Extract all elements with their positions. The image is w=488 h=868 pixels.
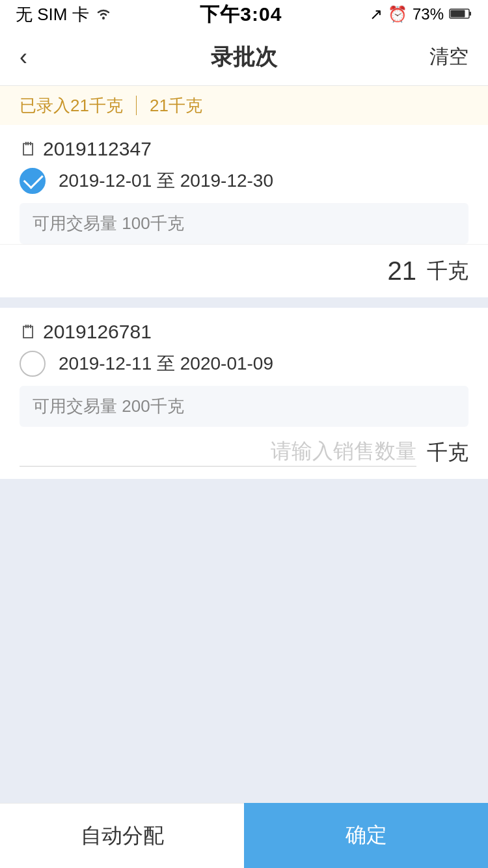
status-left: 无 SIM 卡 <box>16 3 113 26</box>
batch1-header: 🗒 2019112347 <box>20 138 468 160</box>
status-bar: 无 SIM 卡 下午3:04 ↗ ⏰ 73% <box>0 0 488 29</box>
batch1-qty-value: 21 <box>388 256 417 286</box>
doc-icon-2: 🗒 <box>20 321 38 343</box>
auto-distribute-button[interactable]: 自动分配 <box>0 803 244 868</box>
batch2-avail-text: 可用交易量 200千克 <box>33 396 184 416</box>
batch2-date-row: 2019-12-11 至 2020-01-09 <box>20 351 468 377</box>
batch2-radio[interactable] <box>20 351 46 377</box>
status-right: ↗ ⏰ 73% <box>370 5 472 23</box>
info-banner: 已录入21千克 21千克 <box>0 86 488 125</box>
batch2-avail: 可用交易量 200千克 <box>20 386 468 427</box>
batch1-radio[interactable] <box>20 168 46 194</box>
batch1-date: 2019-12-01 至 2019-12-30 <box>59 169 273 193</box>
recorded-label: 已录入21千克 <box>20 94 123 117</box>
alarm-icon: ⏰ <box>388 5 407 23</box>
bottom-actions: 自动分配 确定 <box>0 803 488 868</box>
info-divider <box>136 96 137 115</box>
location-icon: ↗ <box>370 5 383 23</box>
carrier-text: 无 SIM 卡 <box>16 3 89 26</box>
qty-input[interactable] <box>20 439 416 463</box>
batch1-avail: 可用交易量 100千克 <box>20 203 468 244</box>
battery-icon <box>449 5 472 23</box>
batch1-card: 🗒 2019112347 2019-12-01 至 2019-12-30 可用交… <box>0 125 488 244</box>
batch1-qty-row: 21 千克 <box>0 244 488 297</box>
confirm-button[interactable]: 确定 <box>244 803 488 868</box>
nav-bar: ‹ 录批次 清空 <box>0 29 488 86</box>
wifi-icon <box>94 5 113 25</box>
page-content: 已录入21千克 21千克 🗒 2019112347 2019-12-01 至 2… <box>0 86 488 803</box>
batch1-qty-unit: 千克 <box>427 257 468 286</box>
batch2-input-row: 千克 <box>0 427 488 479</box>
recorded-value: 21千克 <box>150 94 202 117</box>
batch1-id: 2019112347 <box>43 138 152 160</box>
doc-icon-1: 🗒 <box>20 139 38 160</box>
batch1-avail-text: 可用交易量 100千克 <box>33 213 184 233</box>
batch2-date: 2019-12-11 至 2020-01-09 <box>59 351 273 376</box>
battery-text: 73% <box>413 5 444 23</box>
qty-input-wrapper <box>20 439 416 467</box>
section-divider <box>0 297 488 308</box>
svg-rect-3 <box>450 10 465 18</box>
status-time: 下午3:04 <box>200 1 282 28</box>
svg-rect-2 <box>469 12 471 16</box>
batch2-card: 🗒 2019126781 2019-12-11 至 2020-01-09 可用交… <box>0 308 488 427</box>
batch2-unit: 千克 <box>427 439 468 467</box>
page-title: 录批次 <box>211 42 277 72</box>
batch2-header: 🗒 2019126781 <box>20 321 468 343</box>
batch1-date-row: 2019-12-01 至 2019-12-30 <box>20 168 468 194</box>
input-underline <box>20 466 416 467</box>
svg-point-0 <box>102 17 105 20</box>
clear-button[interactable]: 清空 <box>429 44 468 70</box>
batch2-id: 2019126781 <box>43 321 152 343</box>
gray-area <box>0 479 488 803</box>
back-button[interactable]: ‹ <box>20 44 59 71</box>
